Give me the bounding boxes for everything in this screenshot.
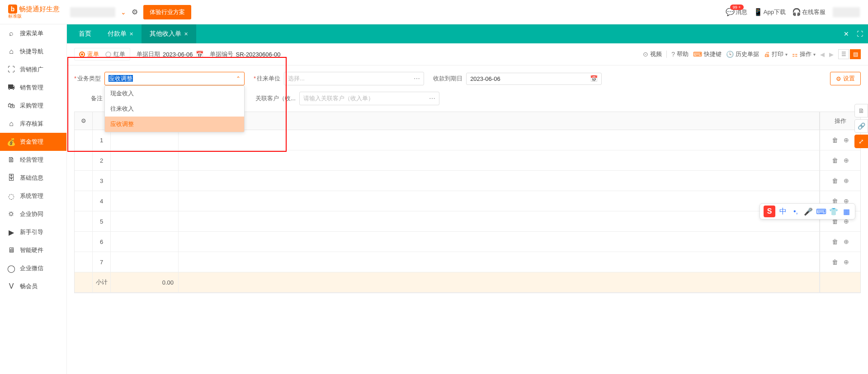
table-row[interactable]: 6	[75, 232, 820, 252]
radio-blue[interactable]: 蓝单	[79, 50, 99, 58]
calendar-icon[interactable]: 📅	[590, 75, 598, 82]
doc-date-field: 单据日期 2023-06-06 📅	[137, 50, 203, 58]
sidebar-item-quicknav[interactable]: ⌂快捷导航	[0, 42, 66, 61]
ops-button[interactable]: ⚏操作▾	[792, 50, 816, 58]
due-date-input[interactable]: 2023-06-06 📅	[466, 73, 602, 85]
history-icon: 🕓	[726, 51, 734, 58]
user-avatar-placeholder[interactable]	[833, 7, 860, 17]
radio-red-label: 红单	[113, 50, 125, 58]
system-icon: ◌	[7, 192, 15, 200]
biz-option-0[interactable]: 现金收入	[105, 86, 244, 101]
calendar-icon[interactable]: 📅	[196, 51, 203, 58]
sidebar-item-system[interactable]: ◌系统管理	[0, 187, 66, 205]
help-link[interactable]: ?帮助	[671, 50, 689, 58]
partner-field: *往来单位 选择... ⋯	[254, 72, 424, 85]
ime-lang-toggle[interactable]: 中	[778, 206, 788, 216]
ime-punct-icon[interactable]: •,	[791, 206, 801, 216]
tab-label: 首页	[79, 30, 91, 38]
sidebar-item-member[interactable]: V畅会员	[0, 277, 66, 295]
sidebar-item-base[interactable]: 🗄基础信息	[0, 169, 66, 187]
more-icon[interactable]: ⋯	[429, 95, 435, 102]
dock-attach-icon[interactable]: 🔗	[854, 119, 868, 133]
add-icon[interactable]: ⊕	[844, 157, 849, 164]
messages-link[interactable]: 💬 消息 99 +	[726, 8, 747, 16]
tab-home[interactable]: 首页	[71, 24, 99, 43]
next-doc-icon[interactable]: ▶	[829, 51, 834, 58]
sidebar-item-finance[interactable]: 💰资金管理	[0, 133, 66, 151]
link-customer-input[interactable]: 请输入关联客户（收入单） ⋯	[299, 92, 439, 105]
app-download-link[interactable]: 📱 App下载	[755, 8, 786, 16]
sidebar-item-purchase[interactable]: 🛍采购管理	[0, 97, 66, 115]
tab-payment[interactable]: 付款单✕	[99, 24, 142, 43]
tab-close-all-icon[interactable]: ✕	[841, 28, 852, 39]
sidebar-item-search[interactable]: ⌕搜索菜单	[0, 24, 66, 42]
chevron-down-icon[interactable]: ⌄	[121, 9, 126, 16]
doc-number-value: SR-20230606-00	[236, 51, 281, 58]
tab-other_income[interactable]: 其他收入单✕	[142, 24, 196, 43]
add-icon[interactable]: ⊕	[844, 238, 849, 245]
partner-label: *往来单位	[254, 75, 280, 83]
ime-menu-icon[interactable]: ▦	[841, 206, 851, 216]
sidebar-item-hardware[interactable]: 🖥智能硬件	[0, 241, 66, 259]
video-help-link[interactable]: ⊙视频	[643, 50, 662, 58]
ime-skin-icon[interactable]: 👕	[829, 206, 839, 216]
delete-icon[interactable]: 🗑	[832, 136, 838, 144]
customer-service-link[interactable]: 🎧 在线客服	[793, 8, 826, 16]
table-row[interactable]: 1	[75, 130, 820, 150]
tab-expand-icon[interactable]: ⛶	[854, 28, 865, 39]
table-row[interactable]: 5	[75, 211, 820, 232]
doc-date-value[interactable]: 2023-06-06	[163, 51, 193, 58]
dock-expand-icon[interactable]: ⤢	[854, 135, 868, 148]
trial-button[interactable]: 体验行业方案	[143, 5, 191, 19]
table-row[interactable]: 3	[75, 171, 820, 191]
wechat-icon: ◯	[7, 264, 15, 272]
sidebar-item-wechat[interactable]: ◯企业微信	[0, 259, 66, 277]
memo-label: 备注	[74, 94, 103, 103]
biz-option-2[interactable]: 应收调整	[105, 117, 244, 132]
form-view-button[interactable]: ▤	[850, 49, 861, 59]
delete-icon[interactable]: 🗑	[832, 177, 838, 184]
more-icon[interactable]: ⋯	[414, 75, 420, 82]
ime-mic-icon[interactable]: 🎤	[803, 206, 813, 216]
shortcut-link[interactable]: ⌨快捷键	[693, 50, 722, 58]
delete-icon[interactable]: 🗑	[832, 238, 838, 245]
radio-red[interactable]: 红单	[105, 50, 125, 58]
add-icon[interactable]: ⊕	[844, 177, 849, 184]
row-ops: 🗑⊕	[820, 150, 860, 171]
question-icon: ?	[671, 51, 675, 58]
dock-note-icon[interactable]: 🗎	[854, 104, 868, 117]
print-button[interactable]: 🖨打印▾	[764, 50, 788, 58]
sidebar-item-label: 畅会员	[20, 282, 38, 290]
sidebar-item-label: 新手引导	[20, 228, 43, 236]
close-icon[interactable]: ✕	[129, 31, 133, 37]
prev-doc-icon[interactable]: ◀	[820, 51, 825, 58]
table-row[interactable]: 7	[75, 252, 820, 272]
table-row[interactable]: 4	[75, 191, 820, 211]
list-view-button[interactable]: ☰	[838, 49, 849, 59]
ime-toolbar[interactable]: S 中 •, 🎤 ⌨ 👕 ▦	[760, 203, 855, 220]
history-link[interactable]: 🕓历史单据	[726, 50, 759, 58]
grid-settings-button[interactable]: ⚙	[75, 112, 93, 130]
delete-icon[interactable]: 🗑	[832, 258, 838, 266]
table-row[interactable]: 2	[75, 150, 820, 171]
app-download-label: App下载	[764, 8, 786, 16]
partner-select[interactable]: 选择... ⋯	[284, 72, 424, 85]
settings-button[interactable]: ⚙设置	[830, 72, 861, 85]
gear-icon[interactable]: ⚙	[132, 8, 138, 16]
sidebar-item-ops[interactable]: 🗎经营管理	[0, 151, 66, 169]
close-icon[interactable]: ✕	[184, 31, 188, 37]
delete-icon[interactable]: 🗑	[832, 157, 838, 164]
sidebar-item-sales[interactable]: ⛟销售管理	[0, 79, 66, 97]
ops-label: 操作	[800, 50, 811, 58]
biz-type-label: *业务类型	[74, 75, 101, 83]
ime-keyboard-icon[interactable]: ⌨	[816, 206, 826, 216]
biz-option-1[interactable]: 往来收入	[105, 101, 244, 117]
sidebar-item-inventory[interactable]: ⌂库存核算	[0, 115, 66, 133]
sidebar-item-guide[interactable]: ▶新手引导	[0, 223, 66, 241]
add-icon[interactable]: ⊕	[844, 258, 849, 266]
add-icon[interactable]: ⊕	[844, 136, 849, 144]
sidebar-item-marketing[interactable]: ⛶营销推广	[0, 61, 66, 79]
sidebar-item-collab[interactable]: ⛭企业协同	[0, 205, 66, 223]
biz-type-select[interactable]: 应收调整 ⌃	[104, 72, 245, 85]
subtotal-value: 0.00	[111, 272, 179, 292]
